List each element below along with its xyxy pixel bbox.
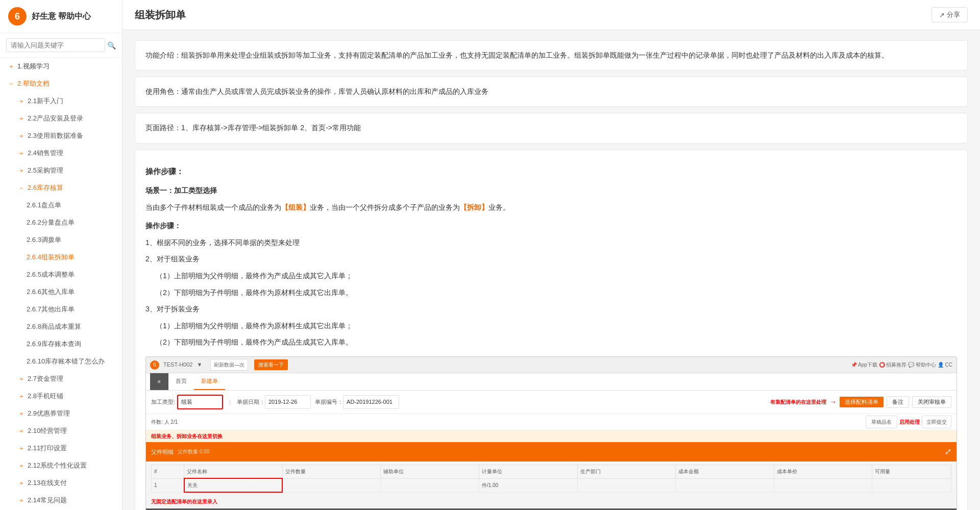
sidebar-item-inv5-label: 2.6.5成本调整单 <box>27 270 75 279</box>
nav-section: ＋ 1.视频学习 － 2.帮助文档 ＋ 2.1新手入门 ＋ 2.2产品安装及登录… <box>0 58 122 510</box>
sc-type-value: 组装 <box>177 395 223 409</box>
sc-status-bar: 件数: 人 2/1 草稿品名 启用处理 立即提交 <box>146 414 957 430</box>
sidebar-item-inv3[interactable]: 2.6.3调拨单 <box>0 231 122 249</box>
step2-text: 2、对于组装业务 <box>145 252 957 266</box>
search-box: 🔍 <box>0 33 122 58</box>
sidebar-item-video[interactable]: ＋ 1.视频学习 <box>0 58 122 75</box>
sc-refresh-btn: 刷新数据—次 <box>210 359 248 371</box>
minus-icon-2: － <box>18 184 24 192</box>
sc-annotation3-area: 草稿品名 启用处理 立即提交 <box>866 416 951 428</box>
sc-type-field: 加工类型: 组装 <box>151 395 223 409</box>
plus-icon-10: ＋ <box>18 427 24 435</box>
scene1-desc: 当由多个子件材料组装成一个成品的业务为【组装】业务，当由一个父件拆分成多个子产品… <box>145 201 957 214</box>
sidebar-item-inv10-label: 2.6.10库存账本错了怎么办 <box>27 357 105 366</box>
sidebar-header: 6 好生意 帮助中心 <box>0 0 122 33</box>
sidebar-item-docs-label: 2.帮助文档 <box>17 79 50 88</box>
sc-topbar-text: TEST-H002 <box>163 359 192 370</box>
search-button[interactable]: 🔍 <box>107 41 116 50</box>
plus-icon-2: ＋ <box>18 97 24 106</box>
sidebar-item-faq[interactable]: ＋ 2.14常见问题 <box>0 492 122 509</box>
sc-btn-close: 关闭审核单 <box>912 396 951 408</box>
search-input[interactable] <box>6 38 105 52</box>
step2-sub2: （2）下部明细为子件明细，最终作为原材料生成其它出库单。 <box>145 286 957 300</box>
sidebar-item-install[interactable]: ＋ 2.2产品安装及登录 <box>0 110 122 127</box>
plus-icon-14: ＋ <box>18 496 24 505</box>
sc-btn-remark: 备注 <box>887 396 909 408</box>
sidebar-item-install-label: 2.2产品安装及登录 <box>28 114 83 123</box>
sidebar-item-coupon[interactable]: ＋ 2.9优惠券管理 <box>0 405 122 422</box>
sidebar-item-newcomer[interactable]: ＋ 2.1新手入门 <box>0 92 122 110</box>
step3-sub1: （1）上部明细为父件明细，最终作为原材料生成其它出库单； <box>145 319 957 333</box>
sidebar-item-coupon-label: 2.9优惠券管理 <box>28 409 70 418</box>
step2-sub1: （1）上部明细为父件明细，最终作为产成品生成其它入库单； <box>145 269 957 283</box>
sidebar-item-sales[interactable]: ＋ 2.4销售管理 <box>0 144 122 162</box>
sc-date-value: 2019-12-26 <box>265 395 311 409</box>
plus-icon-5: ＋ <box>18 149 24 158</box>
sidebar-item-inv4[interactable]: 2.6.4组装拆卸单 <box>0 249 122 266</box>
ops-title: 操作步骤： <box>145 164 957 179</box>
sidebar-item-inv6-label: 2.6.6其他入库单 <box>27 287 75 297</box>
sc-annotation4-area: 无固定选配清单的在这里录入 <box>146 496 957 508</box>
sc-expand-icon: ⤢ <box>945 444 951 459</box>
share-button[interactable]: ↗ 分享 <box>932 7 968 22</box>
plus-icon-11: ＋ <box>18 444 24 453</box>
share-label: 分享 <box>947 10 960 19</box>
sc-top-table: # 父件名称 父件数量 辅助单位 计量单位 生产部门 成本金额 成本单价 可用量 <box>151 465 951 493</box>
intro-card: 功能介绍：组装拆卸单用来处理企业组装或拆卸等加工业务，支持有固定装配清单的产品加… <box>135 40 968 70</box>
sc-section-header: 父件明细 父件数量 0.00 ⤢ <box>146 442 957 462</box>
step3-sub2: （2）下部明细为子件明细，最终作为产成品生成其它入库单。 <box>145 335 957 349</box>
sidebar-item-inv1[interactable]: 2.6.1盘点单 <box>0 197 122 214</box>
path-card: 页面路径：1、库存核算->库存管理->组装拆卸单 2、首页->常用功能 <box>135 113 968 143</box>
sidebar-item-purchase[interactable]: ＋ 2.5采购管理 <box>0 162 122 179</box>
sc-top-table-section: # 父件名称 父件数量 辅助单位 计量单位 生产部门 成本金额 成本单价 可用量 <box>146 462 957 496</box>
sidebar-item-docs[interactable]: － 2.帮助文档 <box>0 75 122 92</box>
sidebar-item-capital-label: 2.7资金管理 <box>28 374 63 383</box>
sidebar-item-payment[interactable]: ＋ 2.13在线支付 <box>0 474 122 492</box>
sidebar-item-newcomer-label: 2.1新手入门 <box>28 96 63 106</box>
plus-icon-7: ＋ <box>18 375 24 383</box>
main-content: 功能介绍：组装拆卸单用来处理企业组装或拆卸等加工业务，支持有固定装配清单的产品加… <box>122 30 980 510</box>
sidebar-item-prepare[interactable]: ＋ 2.3使用前数据准备 <box>0 127 122 144</box>
step1-text: 1、根据不同的业务，选择不同单据的类型来处理 <box>145 236 957 250</box>
app-title: 好生意 帮助中心 <box>32 11 91 22</box>
sidebar-item-inv5[interactable]: 2.6.5成本调整单 <box>0 266 122 283</box>
sc-tab-home: 首页 <box>168 373 194 390</box>
sc-annotation2: 组装业务、拆卸业务在这里切换 <box>151 433 223 439</box>
sidebar-item-print[interactable]: ＋ 2.11打印设置 <box>0 440 122 457</box>
plus-icon-8: ＋ <box>18 392 24 401</box>
sidebar-item-payment-label: 2.13在线支付 <box>28 478 67 488</box>
sidebar-item-print-label: 2.11打印设置 <box>28 444 67 453</box>
sidebar-item-inv10[interactable]: 2.6.10库存账本错了怎么办 <box>0 353 122 370</box>
sidebar-item-purchase-label: 2.5采购管理 <box>28 166 63 175</box>
plus-icon-3: ＋ <box>18 114 24 123</box>
table-row: 1 关关 件/1.00 <box>152 478 951 492</box>
sidebar-item-inv2-label: 2.6.2分量盘点单 <box>27 218 75 227</box>
sidebar-item-inv9-label: 2.6.9库存账本查询 <box>27 339 81 349</box>
sc-order-label: 单据编号 <box>315 397 337 407</box>
plus-icon-9: ＋ <box>18 409 24 418</box>
sc-annotation4: 无固定选配清单的在这里录入 <box>151 497 217 506</box>
plus-icon: ＋ <box>8 62 14 71</box>
sidebar-item-inv9[interactable]: 2.6.9库存账本查询 <box>0 335 122 353</box>
sidebar-item-inv7[interactable]: 2.6.7其他出库单 <box>0 301 122 318</box>
sc-form-area: 加工类型: 组装 | 单据日期: 2019-12-26 单据编号: AD-201… <box>146 391 957 414</box>
sidebar-item-video-label: 1.视频学习 <box>17 62 50 71</box>
sidebar-item-mobile[interactable]: ＋ 2.8手机旺铺 <box>0 387 122 405</box>
sidebar-item-inv2[interactable]: 2.6.2分量盘点单 <box>0 214 122 231</box>
path-text: 页面路径：1、库存核算->库存管理->组装拆卸单 2、首页->常用功能 <box>145 122 957 134</box>
plus-icon-12: ＋ <box>18 462 24 470</box>
sidebar-item-capital[interactable]: ＋ 2.7资金管理 <box>0 370 122 387</box>
page-title: 组装拆卸单 <box>135 8 186 22</box>
sc-topbar: 6 TEST-H002 ▼ 刷新数据—次 搜索看一下 📌 App下载 ⭕ 招募推… <box>146 357 957 373</box>
sidebar-item-inv8[interactable]: 2.6.8商品成本重算 <box>0 318 122 335</box>
sidebar-item-inv1-label: 2.6.1盘点单 <box>27 201 61 210</box>
sc-annotation1-area: 有装配清单的在这里处理 → 选择配料清单 备注 关闭审核单 <box>770 395 951 409</box>
minus-icon: － <box>8 80 14 88</box>
sidebar-item-inv8-label: 2.6.8商品成本重算 <box>27 322 81 331</box>
sidebar-item-personalize[interactable]: ＋ 2.12系统个性化设置 <box>0 457 122 474</box>
sidebar-item-operation[interactable]: ＋ 2.10经营管理 <box>0 422 122 440</box>
sidebar-item-inv6[interactable]: 2.6.6其他入库单 <box>0 283 122 301</box>
sc-annotation2-banner: 组装业务、拆卸业务在这里切换 <box>146 430 957 442</box>
sidebar-item-inventory[interactable]: － 2.6库存核算 <box>0 179 122 197</box>
main-header: 组装拆卸单 ↗ 分享 <box>122 0 980 30</box>
